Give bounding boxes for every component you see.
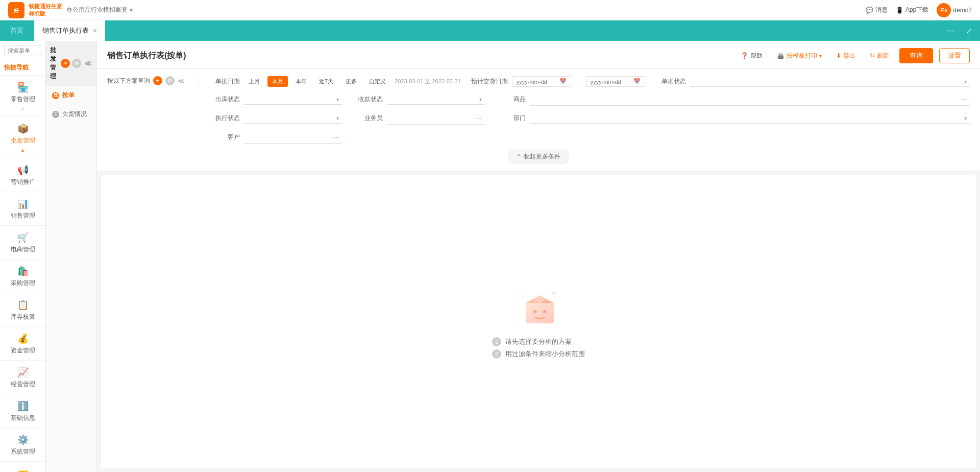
collapse-btn[interactable]: ⌃ 收起更多条件 (508, 150, 569, 163)
customer-group: 客户 ··· (209, 131, 342, 144)
sidebar-item-retail[interactable]: 🏪 零售管理 ▾ (0, 76, 45, 117)
date-btn-more[interactable]: 更多 (341, 76, 361, 87)
sidebar-item-label-operations: 经营管理 (11, 380, 35, 389)
goods-dots[interactable]: ··· (961, 95, 967, 103)
filter-row-2: 出库状态 ▾ 收款状态 ▾ (209, 93, 970, 106)
sidebar-item-wholesale[interactable]: 📦 批发管理 ▴ (0, 117, 45, 158)
sidebar-item-operations[interactable]: 📈 经营管理 (0, 361, 45, 394)
date-btn-lastmonth[interactable]: 上月 (244, 76, 264, 87)
app-download-btn[interactable]: 📱 App下载 (896, 6, 928, 14)
sidebar-item-system[interactable]: ⚙️ 系统管理 (0, 428, 45, 462)
scheme-add-btn[interactable]: + (153, 76, 162, 85)
date-btn-thismonth[interactable]: 本月 (267, 76, 288, 87)
empty-message-1: 1 请先选择要分析的方案 (492, 337, 585, 346)
scheme-collapse-btn[interactable]: ≪ (178, 77, 185, 85)
date-from-calendar-icon[interactable]: 📅 (559, 78, 567, 85)
date-quick-buttons: 上月 本月 本年 近7天 更多 自定义 (244, 76, 390, 87)
debt-label: 欠货情况 (62, 110, 87, 119)
date-btn-7days[interactable]: 近7天 (314, 76, 338, 87)
salesperson-input[interactable]: ··· (387, 112, 485, 125)
sidebar-item-finance[interactable]: 💰 资金管理 (0, 327, 45, 361)
wholesale-icon: 📦 (17, 123, 29, 134)
empty-message-2: 2 用过滤条件来缩小分析范围 (492, 349, 585, 359)
inventory-icon: 📋 (17, 299, 29, 311)
svg-text:←: ← (518, 306, 523, 312)
date-to-calendar-icon[interactable]: 📅 (633, 78, 641, 85)
sidebar-item-enterprise[interactable]: 🤝 企业协同 (0, 462, 45, 472)
payment-status-select[interactable]: ▾ (387, 95, 485, 105)
goods-group: 商品 ··· (495, 93, 970, 106)
sidebar-item-sales[interactable]: 📊 销售管理 (0, 192, 45, 226)
sidebar-item-basic[interactable]: ℹ️ 基础信息 (0, 394, 45, 428)
sidebar-item-inventory[interactable]: 📋 库存核算 (0, 293, 45, 327)
tab-home[interactable]: 首页 (0, 20, 34, 41)
export-icon: ⬇ (836, 52, 841, 59)
sidebar-item-ecommerce[interactable]: 🛒 电商管理 (0, 226, 45, 259)
date-from-input[interactable]: 📅 (512, 76, 571, 87)
svg-text:好: 好 (13, 8, 19, 13)
date-to-input[interactable]: 📅 (586, 76, 645, 87)
print-btn[interactable]: 🖨️ 按模板打印 ▾ (773, 50, 826, 62)
refresh-btn[interactable]: ↻ 刷新 (866, 50, 893, 62)
salesperson-group: 业务员 ··· (352, 112, 485, 125)
page-header: 销售订单执行表(按单) ❓ 帮助 🖨️ 按模板打印 ▾ ⬇ 导出 ↻ 刷新 (97, 41, 980, 69)
salesperson-dots[interactable]: ··· (476, 114, 482, 122)
tab-active[interactable]: 销售订单执行表 × (34, 20, 105, 41)
user-menu[interactable]: Ea demo2 (937, 3, 972, 17)
doc-status-group: 单据状态 ▾ (655, 77, 970, 87)
warehouse-status-select[interactable]: ▾ (244, 95, 342, 105)
sidebar-search-area (0, 41, 45, 60)
department-arrow: ▾ (964, 115, 967, 121)
goods-input[interactable]: ··· (530, 93, 970, 106)
sub-sidebar-item-order[interactable]: 按 按单 (46, 86, 96, 105)
scheme-settings-btn[interactable]: ⚙ (165, 76, 175, 85)
exec-status-group: 执行状态 ▾ (209, 113, 342, 124)
date-btn-custom[interactable]: 自定义 (364, 76, 390, 87)
filter-fields: 单据日期 上月 本月 本年 近7天 更多 自定义 2023-03-01 至 20… (209, 76, 970, 144)
content-area: 销售订单执行表(按单) ❓ 帮助 🖨️ 按模板打印 ▾ ⬇ 导出 ↻ 刷新 (97, 41, 980, 472)
settings-button[interactable]: 设置 (939, 48, 970, 63)
sidebar-item-marketing[interactable]: 📢 营销推广 (0, 158, 45, 192)
sub-sidebar-settings-btn[interactable] (72, 59, 81, 68)
sub-sidebar-add-btn[interactable]: + (61, 59, 70, 68)
warehouse-status-arrow: ▾ (336, 97, 339, 102)
logo-text: 畅捷通好生意 标准版 (29, 3, 62, 16)
export-btn[interactable]: ⬇ 导出 (832, 50, 860, 62)
empty-messages: 1 请先选择要分析的方案 2 用过滤条件来缩小分析范围 (492, 337, 585, 359)
avatar: Ea (937, 3, 951, 17)
tab-expand-btn[interactable]: ⤢ (962, 23, 976, 38)
department-group: 部门 ▾ (495, 113, 970, 124)
message-icon: 💬 (866, 7, 873, 14)
search-input[interactable] (4, 45, 41, 56)
scheme-header: 按以下方案查询 + ⚙ ≪ (107, 76, 190, 85)
sidebar-item-purchase[interactable]: 🛍️ 采购管理 (0, 259, 45, 293)
department-label: 部门 (495, 114, 526, 123)
tab-close-icon[interactable]: × (93, 27, 97, 35)
main-layout: 快捷导航 🏪 零售管理 ▾ 📦 批发管理 ▴ 📢 营销推广 📊 销售管理 🛒 电… (0, 41, 980, 472)
empty-illustration: ↑ ↗ ← (516, 285, 561, 331)
order-bullet: 按 (52, 92, 59, 99)
sub-sidebar-collapse-btn[interactable]: ≪ (83, 59, 92, 68)
help-btn[interactable]: ❓ 帮助 (737, 50, 767, 62)
sub-sidebar-item-debt[interactable]: 欠 欠货情况 (46, 105, 96, 124)
sub-sidebar: 批发管理 + ≪ 按 按单 欠 欠货情况 (46, 41, 97, 472)
exec-status-select[interactable]: ▾ (244, 113, 342, 124)
sidebar-item-label-sales: 销售管理 (11, 211, 35, 220)
tab-bar: 首页 销售订单执行表 × — ⤢ (0, 20, 980, 41)
doc-status-select[interactable]: ▾ (690, 77, 970, 87)
message-btn[interactable]: 💬 消息 (866, 6, 888, 14)
query-button[interactable]: 查询 (899, 48, 933, 63)
payment-status-group: 收款状态 ▾ (352, 95, 485, 105)
tab-minimize-btn[interactable]: — (943, 23, 958, 38)
filter-row-3: 执行状态 ▾ 业务员 ··· (209, 112, 970, 125)
department-select[interactable]: ▾ (530, 113, 970, 124)
customer-dots[interactable]: ··· (333, 133, 339, 141)
date-from-field[interactable] (517, 79, 557, 85)
customer-input[interactable]: ··· (244, 131, 342, 144)
filter-area: 按以下方案查询 + ⚙ ≪ 单据日期 上月 (97, 69, 980, 171)
exec-status-label: 执行状态 (209, 114, 240, 123)
breadcrumb-arrow: ▾ (130, 7, 133, 14)
content-body: ↑ ↗ ← 1 请先选择要分析的方案 2 用过滤条件来缩小分析范围 (101, 175, 976, 468)
date-to-field[interactable] (591, 79, 631, 85)
date-btn-thisyear[interactable]: 本年 (291, 76, 311, 87)
